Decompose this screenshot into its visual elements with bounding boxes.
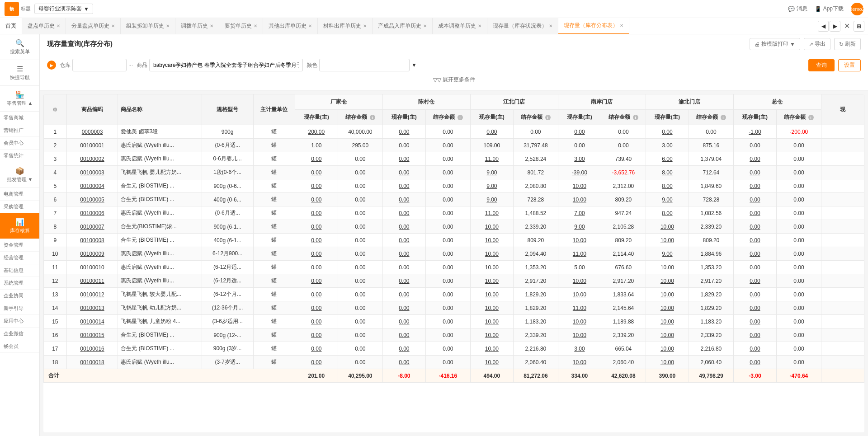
code-link[interactable]: 00100011: [80, 278, 104, 284]
info-icon[interactable]: i: [633, 115, 638, 120]
refresh-btn[interactable]: ↻ 刷新: [834, 38, 861, 50]
sidebar-sub-member2[interactable]: 畅会员: [0, 340, 39, 353]
sidebar-sub-guide[interactable]: 新手引导: [0, 302, 39, 315]
sidebar-sub-wechat[interactable]: 企业微信: [0, 328, 39, 340]
sidebar-sub-stats[interactable]: 零售统计: [0, 150, 39, 162]
warehouse-label: 仓库: [60, 61, 71, 69]
code-link[interactable]: 00100013: [80, 305, 104, 311]
sidebar-sub-operation[interactable]: 经营管理: [0, 252, 39, 264]
tab-prev-btn[interactable]: ◀: [818, 21, 829, 32]
cell-extra: [821, 125, 864, 139]
color-input[interactable]: [319, 59, 410, 71]
cell-c-amount: 0.00: [425, 220, 470, 234]
info-icon[interactable]: i: [370, 115, 375, 120]
toggle-arrow-btn[interactable]: ▶: [47, 61, 56, 70]
code-link[interactable]: 00100014: [80, 319, 104, 325]
settings-btn[interactable]: 设置: [838, 59, 861, 71]
tab-expand-btn[interactable]: ⊞: [854, 21, 864, 32]
code-link[interactable]: 00100015: [80, 332, 104, 338]
code-link[interactable]: 0000003: [82, 129, 103, 135]
tab-stock-status[interactable]: 现存量（库存状况表） ✕: [487, 18, 558, 34]
cell-spec: 1段(0-6个...: [202, 166, 253, 179]
sidebar-sub-apps[interactable]: 应用中心: [0, 315, 39, 328]
tab-close-icon[interactable]: ✕: [166, 23, 170, 28]
tab-next-btn[interactable]: ▶: [830, 21, 840, 32]
tab-other-out[interactable]: 其他出库单历史 ✕: [263, 18, 318, 34]
code-link[interactable]: 00100007: [80, 224, 104, 230]
sidebar-sub-ecommerce[interactable]: 电商管理: [0, 188, 39, 201]
tab-close-icon[interactable]: ✕: [363, 23, 367, 28]
org-selector[interactable]: 母婴行业演示陈套 ▼: [34, 4, 93, 14]
tab-close-all-btn[interactable]: ✕: [841, 22, 853, 30]
tab-close-icon[interactable]: ✕: [111, 23, 115, 28]
tab-close-icon[interactable]: ✕: [478, 23, 481, 28]
tab-sub-count[interactable]: 分量盘点单历史 ✕: [66, 18, 121, 34]
cell-t-stock: -1.00: [733, 125, 776, 139]
sidebar-sub-member[interactable]: 会员中心: [0, 137, 39, 150]
export-btn[interactable]: ↗ 导出: [804, 38, 830, 50]
code-link[interactable]: 00100012: [80, 291, 104, 298]
info-icon[interactable]: i: [545, 115, 551, 120]
tab-inventory-count[interactable]: 盘点单历史 ✕: [22, 18, 66, 34]
expand-conditions-btn[interactable]: ▽▽ 展开更多条件: [429, 74, 479, 85]
code-link[interactable]: 00100001: [80, 142, 104, 149]
tab-close-icon[interactable]: ✕: [57, 23, 60, 28]
cell-spec: 900g: [202, 125, 253, 139]
tab-home[interactable]: 首页: [0, 18, 22, 34]
tab-stock-dist[interactable]: 现存量（库存分布表） ✕: [558, 18, 629, 34]
sidebar-item-inventory[interactable]: 📊 库存核算: [0, 213, 39, 239]
code-link[interactable]: 00100018: [80, 359, 104, 366]
tab-close-icon[interactable]: ✕: [423, 23, 427, 28]
code-link[interactable]: 00100005: [80, 197, 104, 203]
sidebar-item-wholesale[interactable]: 📦 批发管理 ▼: [0, 162, 39, 188]
code-link[interactable]: 00100008: [80, 237, 104, 244]
sidebar-item-retail[interactable]: 🏪 零售管理 ▲: [0, 86, 39, 112]
cell-unit: 罐: [253, 220, 295, 234]
cell-name: 惠氏启赋 (Wyeth illu...: [118, 356, 202, 369]
settings-icon[interactable]: ⚙: [52, 107, 57, 113]
tab-requisition[interactable]: 要货单历史 ✕: [219, 18, 263, 34]
tab-material-out[interactable]: 材料出库单历史 ✕: [318, 18, 373, 34]
tab-close-icon[interactable]: ✕: [308, 23, 312, 28]
sidebar-item-nav[interactable]: ☰ 快捷导航: [0, 60, 39, 86]
warehouse-dots[interactable]: ···: [128, 62, 133, 68]
tab-label: 材料出库单历史: [323, 22, 361, 30]
goods-input[interactable]: [149, 59, 303, 71]
sidebar-sub-finance[interactable]: 资金管理: [0, 239, 39, 252]
col-n-stock: 现存量(主): [558, 110, 601, 125]
sidebar-sub-collab[interactable]: 企业协同: [0, 290, 39, 302]
tab-product-in[interactable]: 产成品入库单历史 ✕: [373, 18, 433, 34]
tab-close-icon[interactable]: ✕: [620, 23, 623, 28]
info-icon[interactable]: i: [458, 115, 463, 120]
code-link[interactable]: 00100002: [80, 156, 104, 162]
sidebar-item-search[interactable]: 🔍 搜索英单: [0, 34, 39, 60]
code-link[interactable]: 00100003: [80, 169, 104, 176]
app-download-action[interactable]: 📱 App下载: [815, 5, 844, 13]
tab-close-icon[interactable]: ✕: [210, 23, 213, 28]
code-link[interactable]: 00100004: [80, 183, 104, 189]
info-icon[interactable]: i: [721, 115, 726, 120]
query-btn[interactable]: 查询: [808, 59, 835, 71]
message-action[interactable]: 💬 消息: [788, 5, 807, 13]
code-link[interactable]: 00100006: [80, 210, 104, 216]
code-link[interactable]: 00100009: [80, 251, 104, 257]
sidebar-sub-marketing[interactable]: 营销推广: [0, 124, 39, 137]
code-link[interactable]: 00100016: [80, 346, 104, 352]
tab-cost-adjust[interactable]: 成本调整单历史 ✕: [433, 18, 487, 34]
tab-close-icon[interactable]: ✕: [549, 23, 552, 28]
sidebar-sub-mall[interactable]: 零售商城: [0, 112, 39, 124]
warehouse-input[interactable]: [72, 59, 127, 71]
cell-f-amount: 0.00: [338, 220, 382, 234]
cell-y-amount: 1,849.60: [689, 179, 733, 193]
tab-transfer[interactable]: 调拨单历史 ✕: [175, 18, 219, 34]
sidebar-sub-purchase[interactable]: 采购管理: [0, 201, 39, 213]
code-link[interactable]: 00100010: [80, 264, 104, 271]
avatar[interactable]: demo2: [851, 3, 863, 15]
sidebar-sub-basic[interactable]: 基础信息: [0, 264, 39, 277]
tab-close-icon[interactable]: ✕: [254, 23, 257, 28]
tab-assembly[interactable]: 组装拆卸单历史 ✕: [121, 18, 175, 34]
col-group-total: 总仓: [733, 94, 821, 110]
info-icon[interactable]: i: [808, 115, 814, 120]
print-btn[interactable]: 🖨 按模版打印 ▼: [750, 38, 800, 50]
sidebar-sub-system[interactable]: 系统管理: [0, 277, 39, 290]
